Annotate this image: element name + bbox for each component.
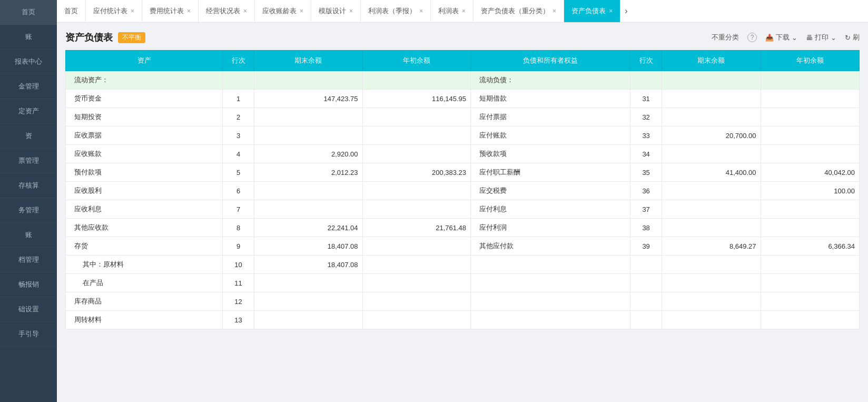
table-row-liability[interactable] <box>471 292 630 311</box>
tab-scroll-right[interactable]: › <box>620 0 632 22</box>
table-row-year-init <box>362 126 471 145</box>
tab-close-balance-sheet[interactable]: × <box>609 8 613 14</box>
sidebar-item-inventory[interactable]: 存核算 <box>0 173 57 198</box>
col-header-year-start2: 年初余额 <box>761 51 859 71</box>
table-row-liability[interactable]: 应付账款 <box>471 126 630 145</box>
tab-receivable-aging[interactable]: 应收账龄表 × <box>255 0 311 22</box>
table-row-num: 8 <box>223 219 254 237</box>
table-row-asset[interactable]: 应收利息 <box>66 200 223 219</box>
tab-close-payable-stats[interactable]: × <box>131 8 134 14</box>
tab-close-expense-stats[interactable]: × <box>187 8 191 14</box>
table-row-liability[interactable]: 短期借款 <box>471 90 630 108</box>
table-row-asset[interactable]: 其他应收款 <box>66 219 223 237</box>
unbalanced-badge: 不平衡 <box>118 32 145 43</box>
table-row-asset[interactable]: 其中：原材料 <box>66 256 223 274</box>
table-row-l-year <box>761 145 859 163</box>
table-row-end-bal: 2,012.23 <box>254 163 363 182</box>
table-row-num: 12 <box>223 292 254 311</box>
help-icon[interactable]: ? <box>747 33 757 42</box>
category-liability: 流动负债： <box>471 71 630 90</box>
sidebar-item-ticket-management[interactable]: 票管理 <box>0 149 57 173</box>
sidebar-item-archive[interactable]: 档管理 <box>0 248 57 272</box>
col-header-end-balance2: 期末余额 <box>662 51 761 71</box>
table-row-year-init <box>362 237 471 256</box>
download-action[interactable]: 📥 下载 ⌄ <box>765 33 797 42</box>
table-row-l-row <box>630 274 662 292</box>
sidebar-item-settings[interactable]: 础设置 <box>0 297 57 322</box>
table-row-liability[interactable]: 应付利润 <box>471 219 630 237</box>
sidebar-item-fixed-assets[interactable]: 定资产 <box>0 99 57 124</box>
tab-close-business-status[interactable]: × <box>243 8 247 14</box>
tab-close-profit-quarterly[interactable]: × <box>419 8 423 14</box>
table-row-num: 7 <box>223 200 254 219</box>
sidebar-item-account[interactable]: 账 <box>0 25 57 50</box>
report-table: 资产 行次 期末余额 年初余额 负债和所有者权益 行次 期末余额 年初余额 流动… <box>65 50 860 329</box>
table-row-liability[interactable]: 应交税费 <box>471 182 630 200</box>
page-title-area: 资产负债表 不平衡 <box>65 31 145 44</box>
table-row-num: 10 <box>223 256 254 274</box>
sidebar-item-business-management[interactable]: 务管理 <box>0 198 57 223</box>
category-l-year <box>761 71 859 90</box>
table-row-liability[interactable]: 其他应付款 <box>471 237 630 256</box>
table-row-liability[interactable]: 应付利息 <box>471 200 630 219</box>
sidebar-item-report-center[interactable]: 报表中心 <box>0 50 57 74</box>
sidebar-item-expense[interactable]: 畅报销 <box>0 272 57 297</box>
table-row-asset[interactable]: 在产品 <box>66 274 223 292</box>
table-row-l-row: 31 <box>630 90 662 108</box>
tab-profit[interactable]: 利润表 × <box>431 0 474 22</box>
table-row-asset[interactable]: 库存商品 <box>66 292 223 311</box>
tab-profit-quarterly[interactable]: 利润表（季报） × <box>361 0 431 22</box>
table-row-liability[interactable]: 预收款项 <box>471 145 630 163</box>
category-asset: 流动资产： <box>66 71 223 90</box>
table-row-asset[interactable]: 预付款项 <box>66 163 223 182</box>
print-action[interactable]: 🖶 打印 ⌄ <box>806 33 836 42</box>
table-row-l-end <box>662 274 761 292</box>
refresh-action[interactable]: ↻ 刷 <box>845 33 860 42</box>
table-row-num: 11 <box>223 274 254 292</box>
tab-close-profit[interactable]: × <box>462 8 466 14</box>
table-row-liability[interactable] <box>471 274 630 292</box>
sidebar-item-investment[interactable]: 资 <box>0 124 57 149</box>
tab-business-status[interactable]: 经营状况表 × <box>199 0 255 22</box>
table-row-liability[interactable] <box>471 256 630 274</box>
table-row-num: 2 <box>223 108 254 126</box>
table-row-l-row: 34 <box>630 145 662 163</box>
sidebar-item-guide[interactable]: 手引导 <box>0 322 57 347</box>
sidebar-item-home[interactable]: 首页 <box>0 0 57 25</box>
table-row-asset[interactable]: 周转材料 <box>66 311 223 329</box>
tab-template-design[interactable]: 模版设计 × <box>311 0 361 22</box>
table-row-end-bal: 147,423.75 <box>254 90 363 108</box>
table-row-l-year <box>761 292 859 311</box>
tab-close-balance-reclassified[interactable]: × <box>553 8 556 14</box>
table-row-asset[interactable]: 存货 <box>66 237 223 256</box>
table-row-asset[interactable]: 短期投资 <box>66 108 223 126</box>
table-row-num: 1 <box>223 90 254 108</box>
table-row-l-row: 32 <box>630 108 662 126</box>
table-row-l-end <box>662 311 761 329</box>
table-row-year-init <box>362 182 471 200</box>
table-row-l-year <box>761 108 859 126</box>
table-row-liability[interactable]: 应付职工薪酬 <box>471 163 630 182</box>
table-row-l-end <box>662 182 761 200</box>
classify-action[interactable]: 不重分类 <box>712 33 739 42</box>
table-row-asset[interactable]: 应收股利 <box>66 182 223 200</box>
tab-home[interactable]: 首页 <box>57 0 86 22</box>
tab-expense-stats[interactable]: 费用统计表 × <box>142 0 199 22</box>
table-row-liability[interactable]: 应付票据 <box>471 108 630 126</box>
tab-balance-reclassified[interactable]: 资产负债表（重分类） × <box>474 0 564 22</box>
table-row-asset[interactable]: 应收账款 <box>66 145 223 163</box>
table-row-l-year <box>761 90 859 108</box>
tab-close-template-design[interactable]: × <box>349 8 353 14</box>
sidebar-item-fund-management[interactable]: 金管理 <box>0 74 57 99</box>
tab-balance-sheet[interactable]: 资产负债表 × <box>564 0 620 22</box>
table-row-asset[interactable]: 货币资金 <box>66 90 223 108</box>
sidebar-item-ledger[interactable]: 账 <box>0 223 57 248</box>
tab-close-receivable-aging[interactable]: × <box>300 8 303 14</box>
table-row-l-row: 38 <box>630 219 662 237</box>
category-end-bal <box>254 71 363 90</box>
table-row-l-year <box>761 274 859 292</box>
table-row-liability[interactable] <box>471 311 630 329</box>
table-row-asset[interactable]: 应收票据 <box>66 126 223 145</box>
table-row-l-end: 41,400.00 <box>662 163 761 182</box>
tab-payable-stats[interactable]: 应付统计表 × <box>86 0 142 22</box>
